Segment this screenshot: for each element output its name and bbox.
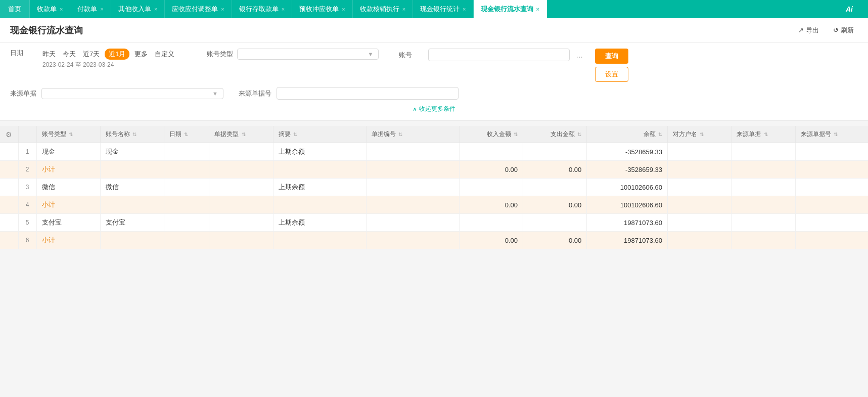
cell-summary: 上期余额 <box>273 214 366 232</box>
account-input[interactable] <box>434 51 564 59</box>
source-doc-select[interactable]: ▼ <box>41 88 223 99</box>
cell-summary <box>273 232 366 249</box>
cell-account-type: 小计 <box>36 196 100 214</box>
chevron-down-icon-2: ▼ <box>212 91 218 97</box>
cell-date <box>164 196 209 214</box>
th-account-type[interactable]: 账号类型 ⇅ <box>36 126 100 143</box>
th-income[interactable]: 收入金额 ⇅ <box>459 126 523 143</box>
cell-checkbox <box>0 161 18 179</box>
account-type-select[interactable]: ▼ <box>237 49 379 60</box>
cell-doc-no <box>366 214 459 232</box>
nav-tab-4-close[interactable]: × <box>282 6 285 12</box>
sort-icon-income: ⇅ <box>514 131 518 137</box>
nav-tab-3-close[interactable]: × <box>221 6 224 12</box>
cell-doc-no <box>366 232 459 249</box>
query-button[interactable]: 查询 <box>595 49 628 64</box>
shortcut-1month[interactable]: 近1月 <box>105 49 129 60</box>
cell-balance: 100102606.60 <box>587 179 668 196</box>
cell-doc-type <box>209 179 273 196</box>
cell-doc-no <box>366 179 459 196</box>
cell-num: 6 <box>18 232 36 249</box>
nav-tab-1[interactable]: 付款单 × <box>70 0 111 18</box>
shortcut-custom[interactable]: 自定义 <box>153 49 176 60</box>
account-input-wrap <box>428 49 570 61</box>
table-row: 2 小计 0.00 0.00 -3528659.33 <box>0 161 868 179</box>
nav-tab-2-close[interactable]: × <box>154 6 157 12</box>
nav-tab-7-close[interactable]: × <box>463 6 466 12</box>
nav-tab-0-close[interactable]: × <box>60 6 63 12</box>
th-source-doc[interactable]: 来源单据 ⇅ <box>732 126 795 143</box>
nav-tab-3[interactable]: 应收应付调整单 × <box>165 0 232 18</box>
cell-account-name <box>100 196 164 214</box>
cell-counterpart <box>667 143 731 161</box>
cell-source-doc <box>732 232 795 249</box>
account-label: 账号 <box>399 51 424 60</box>
nav-tab-6[interactable]: 收款核销执行 × <box>353 0 413 18</box>
date-shortcuts: 昨天 今天 近7天 近1月 更多 自定义 <box>40 49 176 60</box>
cell-doc-type <box>209 196 273 214</box>
shortcut-7days[interactable]: 近7天 <box>81 49 102 60</box>
nav-tab-6-close[interactable]: × <box>402 6 405 12</box>
header-actions: ↗ 导出 ↺ 刷新 <box>794 24 858 37</box>
cell-account-type: 微信 <box>36 179 100 196</box>
collapse-bar[interactable]: ∧ 收起更多条件 <box>10 103 858 114</box>
cell-source-doc-no <box>795 196 868 214</box>
cell-checkbox <box>0 143 18 161</box>
table-row: 1 现金 现金 上期余额 -3528659.33 <box>0 143 868 161</box>
export-button[interactable]: ↗ 导出 <box>794 24 823 37</box>
cell-income: 0.00 <box>459 161 523 179</box>
nav-tab-5-close[interactable]: × <box>342 6 345 12</box>
th-doc-type[interactable]: 单据类型 ⇅ <box>209 126 273 143</box>
cell-account-name <box>100 161 164 179</box>
settings-button[interactable]: 设置 <box>595 67 628 82</box>
cell-income <box>459 214 523 232</box>
cell-source-doc-no <box>795 232 868 249</box>
cell-summary: 上期余额 <box>273 179 366 196</box>
shortcut-today[interactable]: 今天 <box>61 49 78 60</box>
cell-income <box>459 179 523 196</box>
cell-account-type: 支付宝 <box>36 214 100 232</box>
th-balance[interactable]: 余额 ⇅ <box>587 126 668 143</box>
cell-num: 4 <box>18 196 36 214</box>
sort-icon-expense: ⇅ <box>577 131 581 137</box>
th-source-doc-no[interactable]: 来源单据号 ⇅ <box>795 126 868 143</box>
cell-balance: 100102606.60 <box>587 196 668 214</box>
sort-icon-source-doc: ⇅ <box>764 131 768 137</box>
th-summary[interactable]: 摘要 ⇅ <box>273 126 366 143</box>
cell-counterpart <box>667 196 731 214</box>
page-header: 现金银行流水查询 ↗ 导出 ↺ 刷新 <box>0 18 868 42</box>
th-gear[interactable]: ⚙ <box>0 126 18 143</box>
cell-checkbox <box>0 196 18 214</box>
cell-expense: 0.00 <box>523 232 587 249</box>
th-account-name[interactable]: 账号名称 ⇅ <box>100 126 164 143</box>
nav-tab-5[interactable]: 预收冲应收单 × <box>292 0 352 18</box>
table-row: 3 微信 微信 上期余额 100102606.60 <box>0 179 868 196</box>
nav-tab-1-close[interactable]: × <box>100 6 103 12</box>
sort-icon-balance: ⇅ <box>658 131 662 137</box>
account-dots[interactable]: ... <box>574 51 584 60</box>
nav-tab-2[interactable]: 其他收入单 × <box>111 0 165 18</box>
th-date[interactable]: 日期 ⇅ <box>164 126 209 143</box>
nav-tab-7[interactable]: 现金银行统计 × <box>413 0 473 18</box>
cell-source-doc-no <box>795 143 868 161</box>
nav-tab-8[interactable]: 现金银行流水查询 × <box>474 0 547 18</box>
cell-checkbox <box>0 232 18 249</box>
cell-checkbox <box>0 179 18 196</box>
shortcut-yesterday[interactable]: 昨天 <box>40 49 58 60</box>
th-doc-no[interactable]: 单据编号 ⇅ <box>366 126 459 143</box>
th-counterpart[interactable]: 对方户名 ⇅ <box>667 126 731 143</box>
nav-tab-4[interactable]: 银行存取款单 × <box>232 0 292 18</box>
cell-account-name: 支付宝 <box>100 214 164 232</box>
th-expense[interactable]: 支出金额 ⇅ <box>523 126 587 143</box>
source-doc-no-input[interactable] <box>282 90 453 97</box>
nav-tab-8-close[interactable]: × <box>536 6 539 12</box>
cell-account-name: 现金 <box>100 143 164 161</box>
cell-doc-type <box>209 143 273 161</box>
cell-doc-no <box>366 196 459 214</box>
nav-home[interactable]: 首页 <box>0 0 30 18</box>
cell-counterpart <box>667 161 731 179</box>
cell-source-doc-no <box>795 161 868 179</box>
nav-tab-0[interactable]: 收款单 × <box>30 0 70 18</box>
refresh-button[interactable]: ↺ 刷新 <box>829 24 858 37</box>
shortcut-more[interactable]: 更多 <box>132 49 150 60</box>
